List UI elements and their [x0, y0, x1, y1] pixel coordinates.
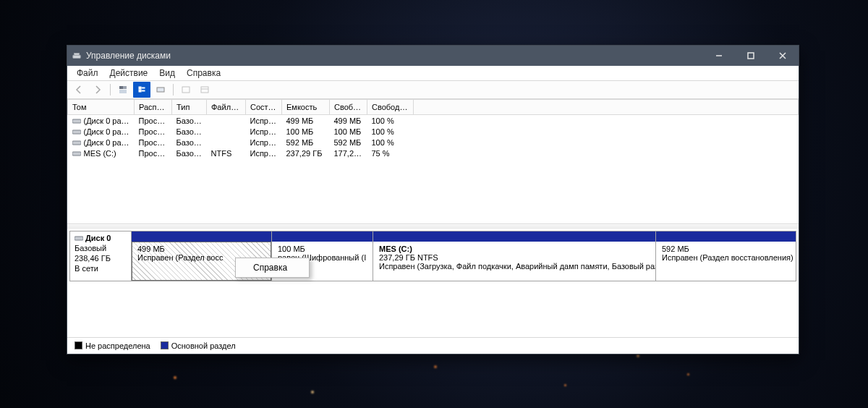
menu-help[interactable]: Справка — [182, 67, 226, 79]
cell-volume: (Диск 0 разде... — [68, 126, 135, 137]
cell-status: Испра... — [246, 115, 282, 127]
volume-icon — [72, 128, 81, 135]
cell-fs: NTFS — [207, 148, 246, 158]
cell-type: Базов... — [172, 126, 207, 137]
cell-status: Испра... — [246, 148, 282, 158]
cell-volume: MES (C:) — [68, 148, 135, 158]
cell-fs — [207, 115, 246, 127]
partition-status: Исправен (Раздел восстановления) — [662, 253, 790, 262]
cell-capacity: 237,29 ГБ — [282, 148, 330, 158]
col-fs[interactable]: Файлова... — [207, 100, 246, 115]
context-menu: Справка — [235, 258, 310, 278]
cell-type: Базов... — [172, 137, 207, 148]
svg-rect-14 — [72, 119, 81, 123]
volume-row[interactable]: (Диск 0 разде...ПростойБазов...Испра...5… — [68, 137, 799, 148]
disk-kind: Базовый — [75, 243, 127, 253]
action-button-2[interactable] — [196, 82, 213, 98]
col-freepct[interactable]: Свободно... — [367, 100, 414, 115]
desktop-background: Управление дисками Файл Действие Вид Спр… — [0, 0, 868, 408]
disk-capacity: 238,46 ГБ — [75, 253, 127, 263]
cell-status: Испра... — [246, 137, 282, 148]
decoration — [687, 373, 689, 375]
window-title: Управление дисками — [86, 51, 171, 61]
column-header-row[interactable]: Том Распол... Тип Файлова... Состоя... Е… — [68, 100, 799, 115]
legend-unallocated: Не распределена — [75, 341, 150, 350]
cell-type: Базов... — [172, 148, 207, 158]
menu-view[interactable]: Вид — [154, 67, 180, 79]
cell-volume: (Диск 0 разде... — [68, 115, 135, 127]
decoration — [434, 365, 437, 368]
cell-capacity: 592 МБ — [282, 137, 330, 148]
svg-rect-4 — [119, 86, 123, 89]
action-button-1[interactable] — [177, 82, 195, 98]
partition-stripe — [132, 231, 271, 242]
properties-button[interactable] — [133, 82, 150, 98]
svg-rect-7 — [139, 87, 141, 89]
partition-size: 592 МБ — [662, 245, 790, 253]
col-status[interactable]: Состоя... — [246, 100, 282, 115]
refresh-button[interactable] — [114, 82, 132, 98]
svg-rect-17 — [72, 152, 81, 156]
menu-file[interactable]: Файл — [72, 67, 103, 79]
menu-action[interactable]: Действие — [105, 67, 153, 79]
partition-size: 237,29 ГБ NTFS — [379, 253, 650, 262]
toolbar-separator — [173, 84, 174, 95]
minimize-button[interactable] — [703, 46, 735, 66]
disk-state: В сети — [75, 263, 127, 273]
toolbar-separator — [110, 84, 111, 95]
volume-list-pane[interactable]: Том Распол... Тип Файлова... Состоя... Е… — [67, 99, 799, 224]
volume-row[interactable]: MES (C:)ПростойБазов...NTFSИспра...237,2… — [68, 148, 799, 158]
close-button[interactable] — [767, 46, 799, 66]
partition-size: 100 МБ — [278, 245, 367, 253]
cell-freepct: 100 % — [367, 115, 414, 127]
partition[interactable]: MES (C:)237,29 ГБ NTFSИсправен (Загрузка… — [373, 231, 656, 281]
cell-free: 499 МБ — [330, 115, 367, 127]
app-icon — [72, 51, 82, 61]
col-free[interactable]: Свобо... — [330, 100, 367, 115]
legend-unallocated-label: Не распределена — [85, 341, 150, 350]
partition-title: MES (C:) — [379, 245, 650, 253]
disk-graphical-pane[interactable]: Диск 0 Базовый 238,46 ГБ В сети 499 МБИс… — [67, 229, 799, 337]
svg-rect-15 — [72, 130, 81, 134]
disk-info[interactable]: Диск 0 Базовый 238,46 ГБ В сети — [70, 231, 132, 281]
disk-management-window: Управление дисками Файл Действие Вид Спр… — [67, 45, 799, 354]
col-type[interactable]: Тип — [172, 100, 207, 115]
volume-row[interactable]: (Диск 0 разде...ПростойБазов...Испра...1… — [68, 126, 799, 137]
partition-stripe — [373, 231, 655, 242]
col-layout[interactable]: Распол... — [135, 100, 172, 115]
nav-forward-button[interactable] — [89, 82, 106, 98]
partition-body: MES (C:)237,29 ГБ NTFSИсправен (Загрузка… — [373, 242, 655, 281]
cell-freepct: 75 % — [367, 148, 414, 158]
volume-icon — [72, 150, 81, 157]
volume-row[interactable]: (Диск 0 разде...ПростойБазов...Испра...4… — [68, 115, 799, 127]
partition-stripe — [272, 231, 373, 242]
cell-layout: Простой — [135, 126, 172, 137]
maximize-button[interactable] — [735, 46, 767, 66]
partition-stripe — [656, 231, 796, 242]
col-volume[interactable]: Том — [68, 100, 135, 115]
partition-size: 499 МБ — [137, 245, 265, 253]
svg-rect-12 — [182, 87, 190, 93]
col-capacity[interactable]: Емкость — [282, 100, 330, 115]
titlebar[interactable]: Управление дисками — [67, 46, 799, 66]
cell-free: 100 МБ — [330, 126, 367, 137]
partition[interactable]: 592 МБИсправен (Раздел восстановления) — [656, 231, 796, 281]
svg-rect-13 — [201, 87, 208, 93]
decoration — [174, 376, 176, 379]
context-menu-help[interactable]: Справка — [236, 260, 309, 275]
cell-volume: (Диск 0 разде... — [68, 137, 135, 148]
disk-icon — [75, 234, 83, 241]
partition-body: 592 МБИсправен (Раздел восстановления) — [656, 242, 796, 281]
disk-label: Диск 0 — [85, 234, 111, 242]
help-button[interactable] — [152, 82, 169, 98]
decoration — [311, 391, 314, 394]
svg-rect-11 — [157, 88, 164, 92]
cell-type: Базов... — [172, 115, 207, 127]
nav-back-button[interactable] — [70, 82, 88, 98]
svg-rect-3 — [748, 53, 754, 59]
menubar: Файл Действие Вид Справка — [67, 66, 799, 81]
legend-bar: Не распределена Основной раздел — [67, 337, 799, 354]
cell-layout: Простой — [135, 137, 172, 148]
cell-capacity: 100 МБ — [282, 126, 330, 137]
col-spacer — [414, 100, 799, 115]
